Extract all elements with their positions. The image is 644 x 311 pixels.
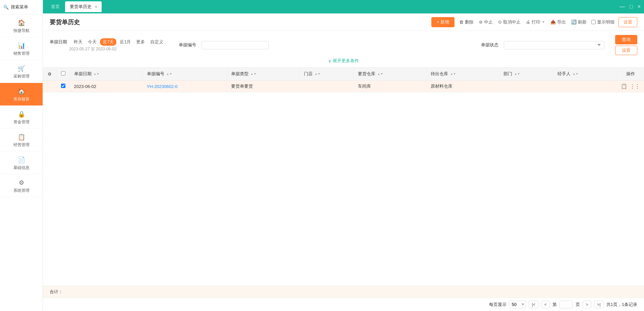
date-option-custom[interactable]: 自定义 bbox=[148, 38, 165, 46]
settings-button[interactable]: 设置 bbox=[619, 17, 637, 27]
row-store bbox=[300, 81, 354, 92]
status-select[interactable] bbox=[504, 41, 604, 49]
display-detail-label: 显示明细 bbox=[597, 19, 614, 25]
print-button[interactable]: 🖨 打印 ▼ bbox=[525, 18, 546, 27]
sidebar-item-inventory[interactable]: 🏠 库存核算 bbox=[0, 83, 43, 106]
stop-button[interactable]: ⊘ 中止 bbox=[478, 18, 493, 27]
sidebar-item-label: 经营管理 bbox=[13, 142, 30, 148]
delete-icon: 🗑 bbox=[459, 19, 464, 25]
th-pending-warehouse[interactable]: 待出仓库 ▲▼ bbox=[426, 68, 499, 81]
row-checkbox[interactable] bbox=[61, 84, 65, 88]
expand-more-button[interactable]: ∨ 展开更多条件 bbox=[50, 58, 637, 64]
query-button[interactable]: 查询 bbox=[615, 35, 637, 44]
minimize-icon[interactable]: — bbox=[620, 4, 625, 10]
date-option-1month[interactable]: 近1月 bbox=[118, 38, 133, 46]
th-handler[interactable]: 经手人 ▲▼ bbox=[553, 68, 616, 81]
print-label: 打印 bbox=[532, 19, 540, 25]
sidebar-item-label: 基础信息 bbox=[13, 165, 30, 171]
date-option-today[interactable]: 今天 bbox=[86, 38, 99, 46]
search-icon: 🔍 bbox=[3, 5, 9, 10]
sort-icon: ▲▼ bbox=[251, 73, 257, 76]
display-detail-checkbox[interactable] bbox=[591, 20, 596, 24]
export-button[interactable]: 📤 导出 bbox=[550, 18, 567, 27]
filter-section: 单据日期 昨天 今天 近7天 近1月 更多 自定义 2023-05-27 至 2… bbox=[50, 35, 637, 55]
page-number-input[interactable]: 1 bbox=[559, 301, 573, 308]
close-window-icon[interactable]: × bbox=[638, 4, 641, 10]
content-area: 要货单历史 + 新增 🗑 删除 ⊘ 中止 ⊙ 取消中止 🖨 打印 bbox=[43, 13, 644, 311]
expand-label: 展开更多条件 bbox=[333, 58, 359, 64]
basic-info-icon: 📄 bbox=[18, 156, 25, 164]
sidebar-item-sales[interactable]: 📊 销售管理 bbox=[0, 37, 43, 60]
sidebar-item-quick-nav[interactable]: 🏠 快捷导航 bbox=[0, 14, 43, 37]
date-option-yesterday[interactable]: 昨天 bbox=[72, 38, 85, 46]
next-page-button[interactable]: > bbox=[583, 301, 591, 308]
refresh-button[interactable]: 🔄 刷新 bbox=[571, 18, 587, 27]
th-date[interactable]: 单据日期 ▲▼ bbox=[70, 68, 143, 81]
doc-number-input[interactable] bbox=[202, 41, 269, 49]
tab-home[interactable]: 首页 bbox=[46, 1, 64, 12]
sidebar-item-basic-info[interactable]: 📄 基础信息 bbox=[0, 151, 43, 174]
print-icon: 🖨 bbox=[526, 19, 530, 25]
date-option-more[interactable]: 更多 bbox=[134, 38, 147, 46]
first-page-button[interactable]: |< bbox=[529, 301, 538, 308]
table-container: ⚙ 单据日期 ▲▼ 单据编号 ▲▼ bbox=[43, 68, 644, 286]
tab-close-icon[interactable]: × bbox=[95, 5, 97, 9]
sidebar-item-operation[interactable]: 📋 经营管理 bbox=[0, 129, 43, 151]
data-table: ⚙ 单据日期 ▲▼ 单据编号 ▲▼ bbox=[43, 68, 644, 92]
date-option-7days[interactable]: 近7天 bbox=[100, 38, 116, 46]
row-date: 2023-06-02 bbox=[70, 81, 143, 92]
sidebar-search[interactable]: 🔍 搜索菜单 bbox=[0, 0, 43, 14]
maximize-icon[interactable]: □ bbox=[630, 4, 633, 10]
last-page-button[interactable]: >| bbox=[594, 301, 604, 308]
pagination-bar: 每页显示 50 100 200 |< < 第 1 页 > >| 共1页，1条记录 bbox=[43, 298, 644, 311]
sidebar: 🔍 搜索菜单 🏠 快捷导航 📊 销售管理 🛒 采购管理 🏠 库存核算 🔒 资金管… bbox=[0, 0, 43, 311]
th-doctype[interactable]: 单据类型 ▲▼ bbox=[227, 68, 300, 81]
sidebar-item-finance[interactable]: 🔒 资金管理 bbox=[0, 106, 43, 129]
filter-bar: 单据日期 昨天 今天 近7天 近1月 更多 自定义 2023-05-27 至 2… bbox=[43, 31, 644, 68]
total-info: 共1页，1条记录 bbox=[606, 302, 637, 308]
th-checkbox[interactable] bbox=[56, 68, 70, 81]
sidebar-search-label: 搜索菜单 bbox=[11, 4, 28, 10]
prev-page-button[interactable]: < bbox=[541, 301, 550, 308]
date-filter-row: 单据日期 昨天 今天 近7天 近1月 更多 自定义 2023-05-27 至 2… bbox=[50, 38, 165, 52]
page-size-label: 每页显示 bbox=[489, 302, 506, 308]
filter-settings-button[interactable]: 设置 bbox=[615, 46, 637, 55]
cancel-stop-button[interactable]: ⊙ 取消中止 bbox=[497, 18, 521, 27]
display-detail-toggle[interactable]: 显示明细 bbox=[591, 19, 614, 25]
row-settings-cell bbox=[43, 81, 56, 92]
row-more-icon[interactable]: ⋮⋮ bbox=[630, 83, 640, 89]
table-row: 2023-06-02 YH-20230602-0 要货单要货 车间库 原材料仓库… bbox=[43, 81, 644, 92]
sort-icon: ▲▼ bbox=[315, 73, 321, 76]
table-footer: 合计： bbox=[43, 286, 644, 298]
doc-number-link[interactable]: YH-20230602-0 bbox=[147, 84, 178, 89]
stop-label: 中止 bbox=[484, 19, 493, 25]
row-docnum[interactable]: YH-20230602-0 bbox=[143, 81, 227, 92]
print-dropdown-icon: ▼ bbox=[542, 20, 545, 24]
th-require-warehouse[interactable]: 要货仓库 ▲▼ bbox=[354, 68, 426, 81]
sort-icon: ▲▼ bbox=[573, 73, 579, 76]
status-label: 单据状态 bbox=[481, 42, 498, 48]
tab-active[interactable]: 要货单历史 × bbox=[65, 1, 102, 12]
purchase-icon: 🛒 bbox=[18, 65, 25, 72]
chevron-down-icon: ∨ bbox=[328, 58, 331, 63]
row-checkbox-cell[interactable] bbox=[56, 81, 70, 92]
page-size-select[interactable]: 50 100 200 bbox=[509, 301, 526, 308]
th-docnum[interactable]: 单据编号 ▲▼ bbox=[143, 68, 227, 81]
date-options: 昨天 今天 近7天 近1月 更多 自定义 bbox=[72, 38, 165, 46]
new-button[interactable]: + 新增 bbox=[431, 17, 454, 27]
delete-button[interactable]: 🗑 删除 bbox=[459, 18, 474, 27]
tab-home-label: 首页 bbox=[51, 4, 60, 10]
th-actions: 操作 bbox=[617, 68, 644, 81]
th-settings[interactable]: ⚙ bbox=[43, 68, 56, 81]
sort-icon: ▲▼ bbox=[377, 73, 383, 76]
th-store[interactable]: 门店 ▲▼ bbox=[300, 68, 354, 81]
select-all-checkbox[interactable] bbox=[61, 71, 65, 76]
row-edit-icon[interactable]: 📋 bbox=[621, 83, 627, 89]
th-date-label: 单据日期 ▲▼ bbox=[74, 71, 139, 77]
sidebar-item-purchase[interactable]: 🛒 采购管理 bbox=[0, 60, 43, 83]
doc-number-filter: 单据编号 bbox=[179, 41, 269, 49]
th-dept[interactable]: 部门 ▲▼ bbox=[499, 68, 553, 81]
topbar: 首页 要货单历史 × — □ × bbox=[43, 0, 644, 13]
row-actions: 📋 ⋮⋮ bbox=[617, 81, 644, 92]
sidebar-item-system[interactable]: ⚙ 系统管理 bbox=[0, 174, 43, 197]
